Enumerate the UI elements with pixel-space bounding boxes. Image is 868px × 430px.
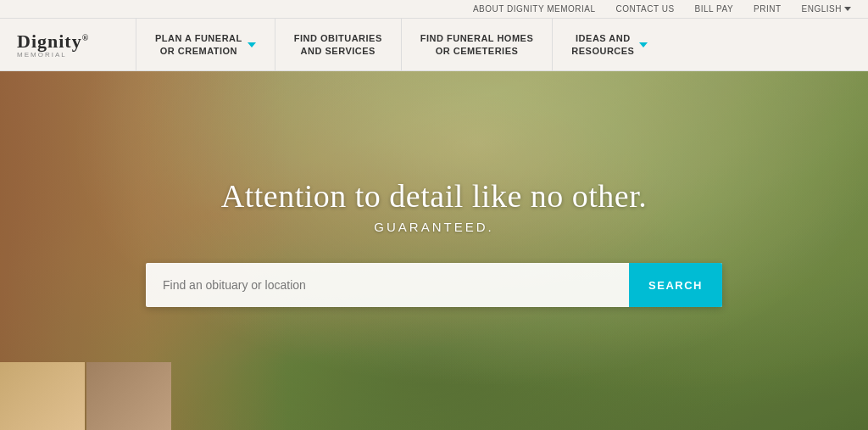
search-bar: SEARCH bbox=[146, 263, 722, 307]
nav-item-ideas[interactable]: IDEAS ANDRESOURCES bbox=[552, 19, 666, 70]
logo[interactable]: Dignity® MEMORIAL bbox=[0, 31, 136, 59]
top-bar: ABOUT DIGNITY MEMORIAL CONTACT US BILL P… bbox=[0, 0, 868, 19]
nav-item-plan[interactable]: PLAN A FUNERALOR CREMATION bbox=[136, 19, 275, 70]
print-link[interactable]: PRINT bbox=[754, 4, 782, 14]
main-nav: Dignity® MEMORIAL PLAN A FUNERALOR CREMA… bbox=[0, 19, 868, 71]
about-link[interactable]: ABOUT DIGNITY MEMORIAL bbox=[473, 4, 596, 14]
nav-item-obituaries[interactable]: FIND OBITUARIESAND SERVICES bbox=[275, 19, 401, 70]
search-input[interactable] bbox=[146, 263, 629, 307]
plan-chevron-icon bbox=[248, 42, 256, 47]
search-button[interactable]: SEARCH bbox=[629, 263, 722, 307]
hero-section: Attention to detail like no other. GUARA… bbox=[0, 71, 868, 430]
contact-link[interactable]: CONTACT US bbox=[616, 4, 675, 14]
nav-items: PLAN A FUNERALOR CREMATION FIND OBITUARI… bbox=[136, 19, 868, 70]
billpay-link[interactable]: BILL PAY bbox=[695, 4, 734, 14]
nav-item-homes[interactable]: FIND FUNERAL HOMESOR CEMETERIES bbox=[401, 19, 552, 70]
ideas-chevron-icon bbox=[639, 42, 648, 47]
language-chevron-icon bbox=[844, 7, 851, 11]
hero-subheadline: GUARANTEED. bbox=[374, 220, 493, 234]
logo-brand: Dignity® bbox=[17, 31, 136, 53]
hero-headline: Attention to detail like no other. bbox=[221, 177, 647, 215]
english-label[interactable]: ENGLISH bbox=[802, 4, 842, 14]
language-selector[interactable]: ENGLISH bbox=[802, 4, 851, 14]
thumbnail-1[interactable] bbox=[0, 362, 85, 430]
thumbnail-2[interactable] bbox=[86, 362, 171, 430]
bottom-thumbnails bbox=[0, 362, 171, 430]
